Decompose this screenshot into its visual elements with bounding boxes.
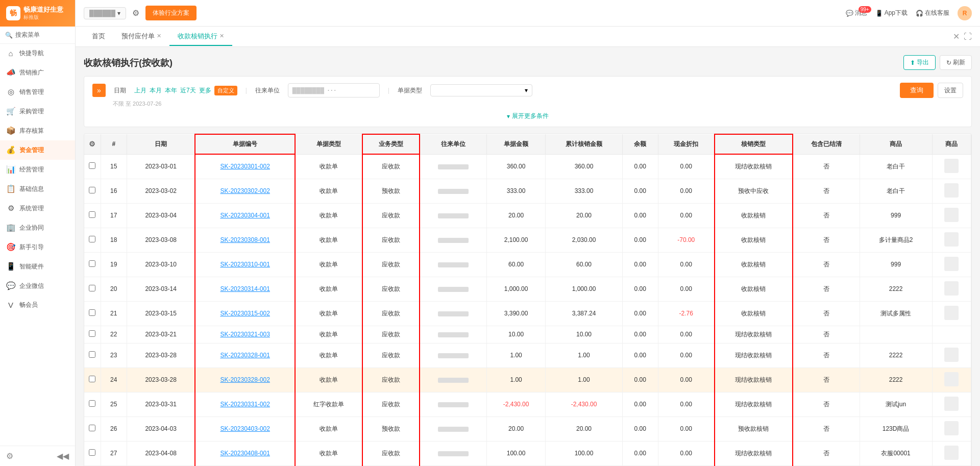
receipt-no-link[interactable]: SK-20230308-001 xyxy=(220,236,270,243)
cell-receipt-type: 收款单 xyxy=(295,343,362,367)
search-menu[interactable]: 🔍 搜索菜单 xyxy=(0,27,75,44)
table-row[interactable]: 15 2023-03-01 SK-20230301-002 收款单 应收款 36… xyxy=(84,154,971,179)
page-title-row: 收款核销执行(按收款) ⬆ 导出 ↻ 刷新 xyxy=(84,55,972,70)
date-7days[interactable]: 近7天 xyxy=(180,86,196,95)
collapse-icon[interactable]: ◀◀ xyxy=(57,451,69,461)
date-this-year[interactable]: 本年 xyxy=(165,86,177,95)
receipt-no-link[interactable]: SK-20230328-001 xyxy=(220,352,270,359)
table-row[interactable]: 26 2023-04-03 SK-20230403-002 收款单 预收款 20… xyxy=(84,416,971,441)
date-last-month[interactable]: 上月 xyxy=(134,86,146,95)
sidebar-item-sales[interactable]: ◎ 销售管理 xyxy=(0,82,75,102)
expand-more-btn[interactable]: ▾ 展开更多条件 xyxy=(92,112,963,120)
tab-maximize-button[interactable]: ⛶ xyxy=(964,32,972,41)
cell-checkbox[interactable] xyxy=(84,277,101,301)
cell-amount: 20.00 xyxy=(487,416,546,441)
unit-picker-icon[interactable]: ··· xyxy=(327,86,337,95)
topbar-gear-icon[interactable]: ⚙ xyxy=(132,8,139,18)
table-row[interactable]: 17 2023-03-04 SK-20230304-001 收款单 应收款 20… xyxy=(84,203,971,228)
sidebar-item-wechat[interactable]: 💬 企业微信 xyxy=(0,276,75,296)
filter-settings-button[interactable]: 设置 xyxy=(938,83,963,98)
receipt-no-link[interactable]: SK-20230302-002 xyxy=(220,187,270,194)
date-custom-btn[interactable]: 自定义 xyxy=(214,86,237,95)
cell-checkbox[interactable] xyxy=(84,367,101,392)
tab-collection[interactable]: 收款核销执行 ✕ xyxy=(169,28,232,46)
cell-discount: 0.00 xyxy=(658,154,715,179)
messages-button[interactable]: 💬 消息 99+ xyxy=(846,9,867,17)
sidebar-item-purchase[interactable]: 🛒 采购管理 xyxy=(0,102,75,121)
table-row[interactable]: 25 2023-03-31 SK-20230331-002 红字收款单 应收款 … xyxy=(84,392,971,416)
cell-discount: 0.00 xyxy=(658,326,715,343)
sidebar-item-hardware[interactable]: 📱 智能硬件 xyxy=(0,257,75,276)
sidebar-item-marketing[interactable]: 📣 营销推广 xyxy=(0,63,75,82)
receipt-no-link[interactable]: SK-20230403-002 xyxy=(220,425,270,432)
receipt-no-link[interactable]: SK-20230301-002 xyxy=(220,163,270,170)
receipt-no-link[interactable]: SK-20230328-002 xyxy=(220,376,270,383)
column-settings-icon[interactable]: ⚙ xyxy=(89,140,95,148)
date-this-month[interactable]: 本月 xyxy=(150,86,162,95)
cell-checkbox[interactable] xyxy=(84,392,101,416)
table-row[interactable]: 20 2023-03-14 SK-20230314-001 收款单 应收款 1,… xyxy=(84,277,971,301)
filter-expand-button[interactable]: » xyxy=(92,84,106,97)
cell-checkbox[interactable] xyxy=(84,179,101,203)
table-row[interactable]: 21 2023-03-15 SK-20230315-002 收款单 应收款 3,… xyxy=(84,301,971,326)
sidebar-item-quick-nav[interactable]: ⌂ 快捷导航 xyxy=(0,44,75,63)
tab-home[interactable]: 首页 xyxy=(84,28,113,46)
cell-checkbox[interactable] xyxy=(84,441,101,465)
customer-service-button[interactable]: 🎧 在线客服 xyxy=(916,9,949,17)
cell-checkbox[interactable] xyxy=(84,301,101,326)
cell-verified-amount: 100.00 xyxy=(546,441,623,465)
sidebar-item-inventory[interactable]: 📦 库存核算 xyxy=(0,121,75,140)
sidebar-item-member[interactable]: V 畅会员 xyxy=(0,296,75,314)
receipt-no-link[interactable]: SK-20230304-001 xyxy=(220,212,270,219)
refresh-button[interactable]: ↻ 刷新 xyxy=(940,55,972,70)
sidebar-item-guide[interactable]: 🎯 新手引导 xyxy=(0,237,75,257)
receipt-no-link[interactable]: SK-20230310-001 xyxy=(220,261,270,268)
settings-gear-icon[interactable]: ⚙ xyxy=(6,451,13,461)
cell-date: 2023-03-31 xyxy=(127,392,195,416)
query-button[interactable]: 查询 xyxy=(900,83,934,98)
table-row[interactable]: 16 2023-03-02 SK-20230302-002 收款单 预收款 33… xyxy=(84,179,971,203)
receipt-no-link[interactable]: SK-20230321-003 xyxy=(220,331,270,338)
user-avatar[interactable]: R xyxy=(958,6,972,20)
cell-receipt-no: SK-20230310-001 xyxy=(195,252,295,277)
cell-balance: 0.00 xyxy=(622,416,658,441)
date-more[interactable]: 更多 xyxy=(199,86,211,95)
col-balance: 余额 xyxy=(622,134,658,154)
app-download-button[interactable]: 📱 App下载 xyxy=(875,9,908,17)
solution-button[interactable]: 体验行业方案 xyxy=(145,6,197,20)
tab-close-all-button[interactable]: ✕ xyxy=(953,32,960,41)
unit-input-wrap[interactable]: ████████ ··· xyxy=(288,83,380,97)
receipt-no-link[interactable]: SK-20230331-002 xyxy=(220,401,270,408)
table-row[interactable]: 27 2023-04-08 SK-20230408-001 收款单 应收款 10… xyxy=(84,441,971,465)
export-button[interactable]: ⬆ 导出 xyxy=(903,55,936,70)
receipt-no-link[interactable]: SK-20230408-001 xyxy=(220,450,270,457)
topbar: ██████ ▾ ⚙ 体验行业方案 💬 消息 99+ 📱 App下载 🎧 在线客… xyxy=(76,0,980,27)
receipt-no-link[interactable]: SK-20230315-002 xyxy=(220,310,270,317)
cell-checkbox[interactable] xyxy=(84,203,101,228)
tab-close-collection[interactable]: ✕ xyxy=(219,33,224,39)
cell-checkbox[interactable] xyxy=(84,326,101,343)
sidebar-item-basic[interactable]: 📋 基础信息 xyxy=(0,179,75,199)
table-scroll-container[interactable]: ⚙ # 日期 单据编号 单据类型 业务类型 往来单位 单据金额 累计核销金额 余… xyxy=(84,134,971,466)
tab-prepay[interactable]: 预付应付单 ✕ xyxy=(113,28,169,46)
receipt-type-select[interactable]: ▾ xyxy=(430,84,532,96)
table-row[interactable]: 24 2023-03-28 SK-20230328-002 收款单 应收款 1.… xyxy=(84,367,971,392)
cell-checkbox[interactable] xyxy=(84,154,101,179)
sidebar-item-finance[interactable]: 💰 资金管理 xyxy=(0,140,75,160)
cell-receipt-no: SK-20230302-002 xyxy=(195,179,295,203)
receipt-no-link[interactable]: SK-20230314-001 xyxy=(220,285,270,292)
sidebar-item-operations[interactable]: 📊 经营管理 xyxy=(0,160,75,179)
cell-checkbox[interactable] xyxy=(84,416,101,441)
workspace-select[interactable]: ██████ ▾ xyxy=(84,7,126,19)
table-row[interactable]: 22 2023-03-21 SK-20230321-003 收款单 应收款 10… xyxy=(84,326,971,343)
cell-checkbox[interactable] xyxy=(84,252,101,277)
sidebar-item-corp[interactable]: 🏢 企业协同 xyxy=(0,218,75,237)
table-row[interactable]: 18 2023-03-08 SK-20230308-001 收款单 应收款 2,… xyxy=(84,228,971,252)
sidebar-item-system[interactable]: ⚙ 系统管理 xyxy=(0,199,75,218)
cell-checkbox[interactable] xyxy=(84,343,101,367)
cell-checkbox[interactable] xyxy=(84,228,101,252)
table-row[interactable]: 23 2023-03-28 SK-20230328-001 收款单 应收款 1.… xyxy=(84,343,971,367)
cell-index: 15 xyxy=(101,154,127,179)
tab-close-prepay[interactable]: ✕ xyxy=(157,33,161,39)
table-row[interactable]: 19 2023-03-10 SK-20230310-001 收款单 应收款 60… xyxy=(84,252,971,277)
